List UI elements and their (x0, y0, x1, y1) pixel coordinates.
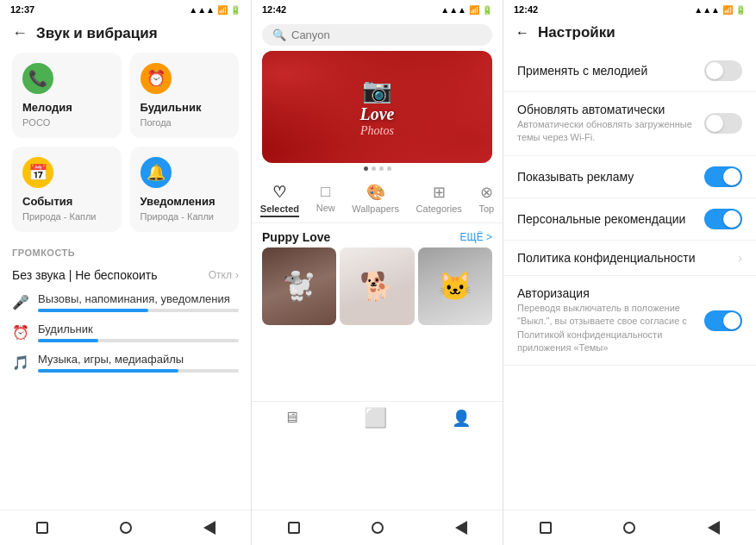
selected-label: Selected (260, 204, 299, 217)
wallpapers-icon: 🎨 (366, 183, 385, 202)
sound-card-notif[interactable]: 🔔 Уведомления Природа - Капли (130, 147, 240, 232)
tab-new[interactable]: □ New (311, 181, 341, 219)
back-button-1[interactable]: ← (12, 24, 28, 42)
nav-profile[interactable]: 👤 (452, 409, 471, 428)
nav-themes[interactable]: ⬜ (364, 407, 387, 429)
setting-recommendations: Персональные рекомендации (503, 198, 756, 241)
camera-icon: 📷 (360, 76, 395, 104)
wallpaper-thumb-3[interactable]: 🐱 (418, 247, 492, 325)
time-1: 12:37 (10, 4, 34, 15)
dnd-row[interactable]: Без звука | Не беспокоить Откл › (0, 263, 251, 287)
tab-categories[interactable]: ⊞ Categories (411, 181, 467, 219)
melody-title: Мелодия (22, 101, 111, 114)
notif-sub: Природа - Капли (141, 211, 229, 222)
wallpaper-tabs: ♡ Selected □ New 🎨 Wallpapers ⊞ Categori… (252, 174, 503, 223)
dot-1 (364, 166, 368, 171)
calls-slider[interactable] (38, 309, 239, 312)
hero-text: 📷 Love Photos (360, 76, 395, 138)
status-bar-1: 12:37 ▲▲▲ 📶 🔋 (0, 0, 251, 19)
toggle-ads[interactable] (704, 166, 742, 187)
setting-privacy-title: Политика конфиденциальности (517, 251, 728, 265)
notif-title: Уведомления (141, 195, 229, 208)
wallpaper-grid: 🐩 🐕 🐱 (252, 247, 503, 325)
setting-melody-title: Применять с мелодией (517, 64, 694, 78)
tab-selected[interactable]: ♡ Selected (255, 181, 304, 219)
dot-2 (372, 166, 376, 171)
media-icon: 🎵 (12, 354, 29, 371)
nav-bar-2 (252, 510, 503, 545)
events-icon: 📅 (22, 157, 53, 188)
setting-auto-update-sub: Автоматически обновлять загруженные темы… (517, 118, 694, 145)
selected-icon: ♡ (272, 183, 286, 202)
top-icon: ⊗ (480, 183, 493, 202)
toggle-recommendations[interactable] (704, 209, 742, 229)
panel-settings: 12:42 ▲▲▲ 📶 🔋 ← Настройки Применять с ме… (503, 0, 756, 545)
privacy-chevron: › (738, 251, 742, 265)
hero-banner[interactable]: 📷 Love Photos (262, 51, 492, 163)
setting-privacy[interactable]: Политика конфиденциальности › (503, 241, 756, 276)
section-title: Puppy Love (262, 230, 330, 244)
new-icon: □ (321, 183, 330, 201)
setting-ads: Показывать рекламу (503, 156, 756, 198)
nav-circle-2[interactable] (367, 517, 388, 538)
nav-circle-1[interactable] (116, 517, 136, 538)
volume-section-label: ГРОМКОСТЬ (0, 244, 251, 263)
toggle-melody[interactable] (704, 60, 742, 81)
section-more[interactable]: ЕЩЁ > (459, 231, 492, 243)
search-icon: 🔍 (272, 28, 286, 41)
hero-subtitle: Photos (360, 124, 395, 138)
settings-title: Настройки (538, 24, 615, 41)
setting-auth: Авторизация Переводя выключатель в полож… (503, 276, 756, 366)
nav-back-1[interactable] (199, 517, 220, 538)
panel-wallpaper: 12:42 ▲▲▲ 📶 🔋 🔍 📷 Love Photos ♡ Selected… (252, 0, 503, 545)
wallpaper-thumb-2[interactable]: 🐕 (340, 247, 414, 325)
top-label: Top (478, 204, 494, 214)
status-icons-2: ▲▲▲ 📶 🔋 (440, 5, 492, 15)
search-bar[interactable]: 🔍 (262, 24, 492, 46)
categories-label: Categories (416, 204, 462, 214)
bottom-nav-2: 🖥 ⬜ 👤 (252, 401, 503, 435)
wallpapers-label: Wallpapers (352, 204, 399, 214)
events-title: События (22, 195, 111, 208)
tab-wallpapers[interactable]: 🎨 Wallpapers (347, 181, 404, 219)
toggle-auto-update[interactable] (704, 113, 742, 134)
nav-browse[interactable]: 🖥 (284, 409, 299, 427)
nav-square-3[interactable] (535, 517, 556, 538)
notif-icon: 🔔 (141, 157, 172, 188)
alarm-icon: ⏰ (141, 63, 172, 94)
volume-alarm: ⏰ Будильник (0, 317, 251, 348)
dnd-label: Без звука | Не беспокоить (12, 268, 158, 282)
time-2: 12:42 (262, 4, 286, 15)
media-slider[interactable] (38, 369, 239, 373)
setting-recommendations-title: Персональные рекомендации (517, 212, 694, 226)
hero-title: Love (360, 104, 395, 124)
nav-back-2[interactable] (451, 517, 472, 538)
nav-back-3[interactable] (703, 517, 724, 538)
sound-card-alarm[interactable]: ⏰ Будильник Погода (130, 53, 240, 138)
sound-card-events[interactable]: 📅 События Природа - Капли (12, 147, 122, 232)
melody-icon: 📞 (22, 63, 53, 94)
panel-sound: 12:37 ▲▲▲ 📶 🔋 ← Звук и вибрация 📞 Мелоди… (0, 0, 252, 545)
toggle-auth[interactable] (704, 310, 742, 331)
setting-auth-title: Авторизация (517, 286, 694, 300)
status-icons-3: ▲▲▲ 📶 🔋 (694, 5, 746, 15)
setting-auth-sub: Переводя выключатель в положение "Выкл."… (517, 302, 694, 355)
nav-square-2[interactable] (284, 517, 304, 538)
tab-top[interactable]: ⊗ Top (473, 181, 499, 219)
nav-bar-3 (503, 510, 756, 545)
section-row: Puppy Love ЕЩЁ > (252, 223, 503, 247)
nav-square-1[interactable] (32, 517, 53, 538)
alarm-vol-slider[interactable] (38, 339, 239, 342)
dnd-chevron: Откл › (209, 269, 239, 281)
categories-icon: ⊞ (433, 183, 446, 202)
search-input[interactable] (291, 28, 482, 41)
calls-label: Вызовы, напоминания, уведомления (38, 292, 239, 305)
status-bar-3: 12:42 ▲▲▲ 📶 🔋 (503, 0, 756, 19)
sound-cards: 📞 Мелодия POCO ⏰ Будильник Погода 📅 Собы… (0, 49, 251, 244)
nav-circle-3[interactable] (619, 517, 640, 538)
wallpaper-thumb-1[interactable]: 🐩 (262, 247, 336, 325)
back-button-3[interactable]: ← (515, 25, 529, 41)
sound-card-melody[interactable]: 📞 Мелодия POCO (12, 53, 122, 138)
time-3: 12:42 (514, 4, 538, 15)
setting-melody: Применять с мелодией (503, 50, 756, 92)
